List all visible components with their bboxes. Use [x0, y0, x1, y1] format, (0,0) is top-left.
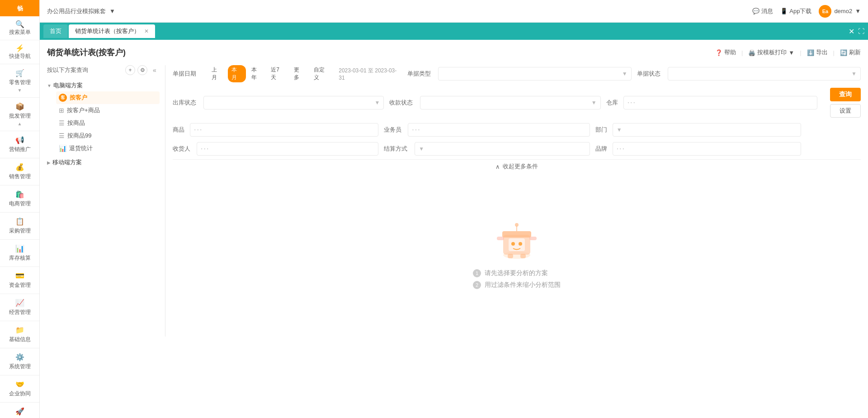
date-tab-last-month[interactable]: 上月: [208, 65, 226, 82]
date-tab-7days[interactable]: 近7天: [267, 65, 288, 82]
sidebar-item-sales[interactable]: 💰 销售管理: [0, 158, 39, 185]
sidebar-item-purchase[interactable]: 📋 采购管理: [0, 213, 39, 240]
sidebar-item-operation[interactable]: 📈 经营管理: [0, 294, 39, 321]
refresh-icon: 🔄: [840, 49, 847, 56]
close-window-icon[interactable]: ✕: [849, 27, 854, 36]
sidebar-item-guide[interactable]: 🚀 新手引导: [0, 403, 39, 418]
user-menu[interactable]: Ea demo2 ▼: [819, 5, 861, 18]
wholesale-icon: 📦: [15, 102, 24, 111]
department-filter: 部门 ▼: [595, 123, 801, 137]
tree-mobile-header[interactable]: ▶ 移动端方案: [47, 157, 160, 168]
guide-icon: 🚀: [15, 407, 24, 416]
sidebar-item-basic[interactable]: 📁 基础信息: [0, 321, 39, 348]
refresh-button[interactable]: 🔄 刷新: [840, 48, 861, 57]
sidebar-item-system[interactable]: ⚙️ 系统管理: [0, 348, 39, 375]
tabs-bar-right: ✕ ⛶: [849, 27, 864, 36]
sidebar-item-ecommerce[interactable]: 🛍️ 电商管理: [0, 185, 39, 213]
product-label: 商品: [173, 126, 186, 134]
scheme-by-product-99[interactable]: ☰ 按商品99: [56, 129, 160, 142]
tab-home[interactable]: 首页: [43, 24, 68, 38]
marketing-icon: 📢: [15, 136, 24, 144]
message-button[interactable]: 💬 消息: [752, 7, 773, 15]
brand-label: 品牌: [595, 145, 609, 153]
settings-scheme-button[interactable]: ⚙: [137, 65, 147, 75]
template-print-button[interactable]: 🖨️ 按模板打印 ▼: [748, 48, 794, 57]
receiver-filter: 收货人 ···: [173, 142, 378, 156]
scheme-returns-stat[interactable]: 📊 退货统计: [56, 142, 160, 155]
help-button[interactable]: ❓ 帮助: [715, 48, 736, 57]
query-button[interactable]: 查询: [830, 88, 861, 101]
department-select[interactable]: ▼: [613, 123, 801, 137]
export-icon: ⬇️: [807, 49, 814, 56]
search-menu[interactable]: 🔍 搜索菜单: [0, 16, 39, 40]
quick-nav[interactable]: ⚡ 快捷导航: [0, 40, 39, 64]
account-dropdown[interactable]: ▼: [109, 8, 115, 14]
svg-rect-13: [520, 254, 526, 258]
inventory-icon: 📊: [15, 244, 24, 253]
customer-scheme-icon: 客: [59, 94, 67, 102]
date-tab-this-year[interactable]: 本年: [248, 65, 266, 82]
empty-tip-2: 2 用过滤条件来缩小分析范围: [473, 281, 561, 289]
svg-point-7: [519, 242, 522, 246]
avatar: Ea: [819, 5, 831, 18]
bar-chart-icon: 📊: [59, 145, 66, 152]
tab-sales-stat[interactable]: 销货单统计表（按客户） ✕: [69, 24, 155, 38]
warehouse-label: 仓库: [606, 99, 620, 107]
date-tab-more[interactable]: 更多: [290, 65, 308, 82]
sidebar-item-retail[interactable]: 🛒 零售管理 ▼: [0, 64, 39, 98]
page-actions: ❓ 帮助 | 🖨️ 按模板打印 ▼ | ⬇️ 导出 |: [715, 48, 861, 57]
date-tab-custom[interactable]: 自定义: [310, 65, 334, 82]
out-status-select[interactable]: ▼: [203, 96, 384, 109]
empty-tip-1: 1 请先选择要分析的方案: [473, 269, 561, 277]
warehouse-select[interactable]: ···: [623, 96, 817, 109]
add-scheme-button[interactable]: +: [125, 65, 135, 75]
dropdown-icon: ▼: [622, 71, 627, 77]
svg-rect-11: [529, 237, 537, 240]
system-icon: ⚙️: [15, 353, 24, 361]
date-tab-this-month[interactable]: 本月: [228, 65, 246, 82]
sidebar-item-inventory[interactable]: 📊 库存核算: [0, 240, 39, 267]
salesperson-select[interactable]: ···: [408, 123, 590, 137]
tree-desktop-header[interactable]: ▼ 电脑端方案: [47, 80, 160, 91]
grid-icon: ⊞: [59, 107, 64, 114]
sidebar-item-marketing[interactable]: 📢 营销推广: [0, 131, 39, 158]
chevron-right-icon: ▶: [47, 160, 51, 165]
query-buttons: 查询 设置: [830, 88, 861, 118]
export-button[interactable]: ⬇️ 导出: [807, 48, 828, 57]
receiver-select[interactable]: ···: [197, 142, 378, 156]
product-filter: 商品 ···: [173, 123, 378, 137]
svg-point-9: [515, 223, 519, 227]
sidebar-item-cooperation[interactable]: 🤝 企业协同: [0, 375, 39, 403]
collapse-panel-button[interactable]: «: [150, 65, 160, 75]
chevron-up-icon: ∧: [495, 163, 500, 170]
scheme-by-customer[interactable]: 客 按客户: [56, 91, 160, 104]
dropdown-icon: ▼: [591, 100, 597, 106]
sidebar-item-finance[interactable]: 💳 资金管理: [0, 267, 39, 294]
doc-status-select[interactable]: ▼: [668, 67, 861, 81]
collapse-filters-button[interactable]: ∧ 收起更多条件: [173, 159, 861, 173]
brand-select[interactable]: ···: [613, 142, 801, 156]
receipt-status-select[interactable]: ▼: [420, 96, 600, 109]
tab-close-button[interactable]: ✕: [144, 28, 149, 34]
department-label: 部门: [595, 126, 609, 134]
scheme-by-customer-product[interactable]: ⊞ 按客户+商品: [56, 104, 160, 117]
settings-button[interactable]: 设置: [830, 104, 861, 118]
empty-tips: 1 请先选择要分析的方案 2 用过滤条件来缩小分析范围: [473, 269, 561, 289]
receipt-status-filter: 收款状态 ▼: [389, 96, 600, 109]
scheme-by-product[interactable]: ☰ 按商品: [56, 117, 160, 129]
svg-point-6: [511, 242, 515, 246]
maximize-icon[interactable]: ⛶: [858, 28, 864, 35]
right-panel: 单据日期 上月 本月 本年 近7天 更多 自定义 2023-03-01 至 20…: [165, 65, 861, 337]
logo[interactable]: 畅: [0, 0, 39, 16]
filter-area: 单据日期 上月 本月 本年 近7天 更多 自定义 2023-03-01 至 20…: [173, 65, 861, 173]
receipt-status-label: 收款状态: [389, 99, 416, 107]
purchase-icon: 📋: [15, 217, 24, 226]
sidebar-item-wholesale[interactable]: 📦 批发管理 ▲: [0, 98, 39, 131]
product-select[interactable]: ···: [190, 123, 378, 137]
payment-select[interactable]: ▼: [415, 142, 590, 156]
dropdown-icon: ▼: [419, 146, 424, 152]
sales-icon: 💰: [15, 163, 24, 171]
app-download-button[interactable]: 📱 App下载: [780, 7, 811, 15]
out-status-filter: 出库状态 ▼: [173, 96, 384, 109]
doc-type-select[interactable]: ▼: [438, 67, 631, 81]
